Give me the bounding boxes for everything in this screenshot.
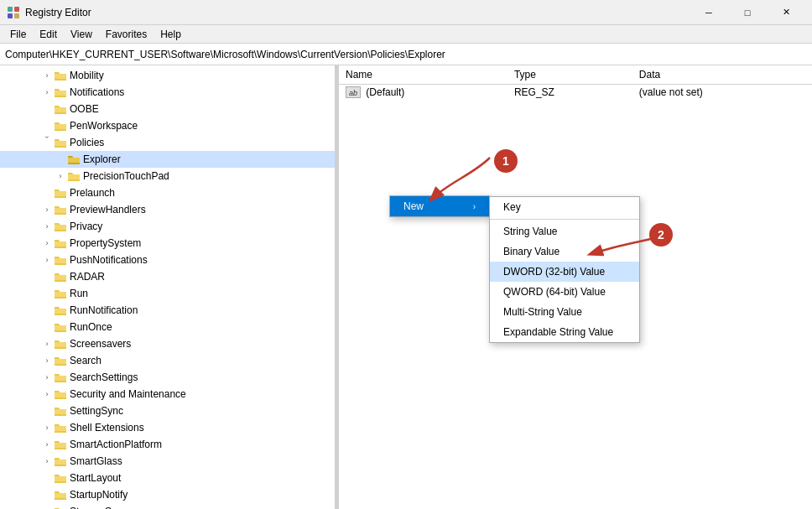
folder-icon — [54, 220, 67, 233]
tree-label: Security and Maintenance — [70, 388, 186, 400]
tree-item-storagesense[interactable]: › StorageSense — [0, 503, 335, 509]
tree-item-searchsettings[interactable]: › SearchSettings — [0, 369, 335, 386]
folder-icon — [67, 169, 81, 183]
ctx-new[interactable]: New › — [390, 196, 489, 216]
tree-item-radar[interactable]: RADAR — [0, 268, 335, 285]
expand-icon: › — [40, 222, 54, 231]
tree-item-smartglass[interactable]: › SmartGlass — [0, 453, 335, 470]
menubar: File Edit View Favorites Help — [0, 25, 812, 44]
tree-item-prelaunch[interactable]: Prelaunch — [0, 184, 335, 201]
submenu-wrapper: Key String Value Binary Value DWORD (32-… — [489, 196, 640, 343]
folder-icon — [54, 421, 67, 434]
menu-edit[interactable]: Edit — [33, 27, 64, 42]
registry-row-default[interactable]: ab (Default) REG_SZ (value not set) — [339, 85, 812, 101]
tree-item-pushnotifications[interactable]: › PushNotifications — [0, 252, 335, 268]
tree-item-propertysystem[interactable]: › PropertySystem — [0, 235, 335, 252]
tree-item-policies[interactable]: › Policies — [0, 134, 335, 151]
tree-label: SettingSync — [70, 405, 123, 417]
expand-icon: › — [43, 136, 51, 149]
expand-icon: › — [54, 172, 67, 180]
folder-icon — [54, 186, 67, 200]
tree-item-penworkspace[interactable]: PenWorkspace — [0, 117, 335, 134]
menu-view[interactable]: View — [64, 27, 99, 42]
folder-icon — [54, 102, 67, 116]
tree-item-runnotification[interactable]: RunNotification — [0, 302, 335, 319]
submenu-qword-value[interactable]: QWORD (64-bit) Value — [490, 282, 639, 302]
tree-item-smartactionplatform[interactable]: › SmartActionPlatform — [0, 436, 335, 453]
folder-icon — [54, 253, 67, 267]
tree-pane[interactable]: › Mobility › Notifications OOBE — [0, 65, 336, 509]
submenu-string-value[interactable]: String Value — [490, 221, 639, 242]
tree-item-privacy[interactable]: › Privacy — [0, 218, 335, 235]
folder-icon — [54, 438, 67, 451]
context-menu-area: New › Key String Value Binary Value DWOR… — [389, 195, 490, 217]
folder-icon — [54, 354, 67, 367]
folder-icon — [54, 69, 67, 82]
minimize-button[interactable]: ─ — [690, 0, 728, 25]
tree-item-screensavers[interactable]: › Screensavers — [0, 335, 335, 352]
tree-item-settingsync[interactable]: SettingSync — [0, 403, 335, 419]
reg-type-cell: REG_SZ — [508, 85, 632, 101]
right-pane: Name Type Data ab (Default) REG_SZ (valu… — [339, 65, 812, 509]
tree-item-run[interactable]: Run — [0, 285, 335, 302]
svg-rect-1 — [14, 7, 19, 12]
tree-label: PropertySystem — [70, 237, 141, 249]
tree-item-oobe[interactable]: OOBE — [0, 101, 335, 117]
submenu-key[interactable]: Key — [490, 197, 639, 217]
expand-icon: › — [40, 356, 54, 365]
reg-data-cell: (value not set) — [632, 85, 812, 101]
registry-table: Name Type Data ab (Default) REG_SZ (valu… — [339, 65, 812, 100]
folder-icon — [54, 471, 67, 485]
address-bar: Computer\HKEY_CURRENT_USER\Software\Micr… — [0, 44, 812, 65]
submenu-multi-string[interactable]: Multi-String Value — [490, 302, 639, 322]
tree-item-search[interactable]: › Search — [0, 352, 335, 369]
folder-icon — [54, 337, 67, 351]
folder-icon — [54, 136, 67, 149]
menu-help[interactable]: Help — [154, 27, 188, 42]
folder-icon-selected — [67, 153, 81, 166]
expand-icon: › — [40, 440, 54, 449]
expand-icon: › — [40, 239, 54, 247]
reg-name-value: (Default) — [366, 86, 404, 98]
tree-label: Notifications — [70, 86, 124, 98]
tree-item-startlayout[interactable]: StartLayout — [0, 470, 335, 486]
col-name: Name — [339, 65, 508, 85]
tree-item-startupnotify[interactable]: StartupNotify — [0, 486, 335, 503]
maximize-button[interactable]: □ — [728, 0, 767, 25]
folder-icon — [54, 454, 67, 468]
submenu-binary-value[interactable]: Binary Value — [490, 242, 639, 262]
tree-item-runonce[interactable]: RunOnce — [0, 319, 335, 335]
ctx-new-arrow: › — [473, 202, 476, 211]
expand-icon: › — [40, 423, 54, 432]
window-title: Registry Editor — [25, 7, 690, 18]
address-path: Computer\HKEY_CURRENT_USER\Software\Micr… — [5, 49, 445, 60]
tree-item-explorer[interactable]: Explorer — [0, 151, 335, 168]
tree-item-securityandmaintenance[interactable]: › Security and Maintenance — [0, 386, 335, 403]
tree-label: RADAR — [70, 271, 105, 283]
tree-label: Search — [70, 355, 102, 366]
annotation-1: 1 — [494, 149, 518, 173]
menu-file[interactable]: File — [3, 27, 33, 42]
menu-favorites[interactable]: Favorites — [99, 27, 154, 42]
close-button[interactable]: ✕ — [767, 0, 805, 25]
col-type: Type — [508, 65, 632, 85]
submenu-expandable-string[interactable]: Expandable String Value — [490, 322, 639, 342]
tree-label: StartLayout — [70, 472, 121, 484]
tree-item-shellextensions[interactable]: › Shell Extensions — [0, 419, 335, 436]
tree-item-mobility[interactable]: › Mobility — [0, 67, 335, 84]
tree-label: Policies — [70, 137, 104, 148]
tree-label: SmartGlass — [70, 455, 122, 467]
tree-item-previewhandlers[interactable]: › PreviewHandlers — [0, 201, 335, 218]
folder-icon — [54, 320, 67, 334]
tree-label: PreviewHandlers — [70, 204, 146, 216]
tree-item-notifications[interactable]: › Notifications — [0, 84, 335, 101]
tree-label: RunNotification — [70, 304, 138, 316]
svg-rect-3 — [14, 13, 19, 18]
submenu-dword-value[interactable]: DWORD (32-bit) Value — [490, 262, 639, 282]
expand-icon: › — [40, 71, 54, 80]
tree-item-precisiontouchpad[interactable]: › PrecisionTouchPad — [0, 168, 335, 184]
tree-label: Shell Extensions — [70, 422, 144, 434]
context-menu: New › Key String Value Binary Value DWOR… — [389, 195, 490, 217]
svg-rect-2 — [8, 13, 13, 18]
tree-label: PushNotifications — [70, 254, 148, 266]
